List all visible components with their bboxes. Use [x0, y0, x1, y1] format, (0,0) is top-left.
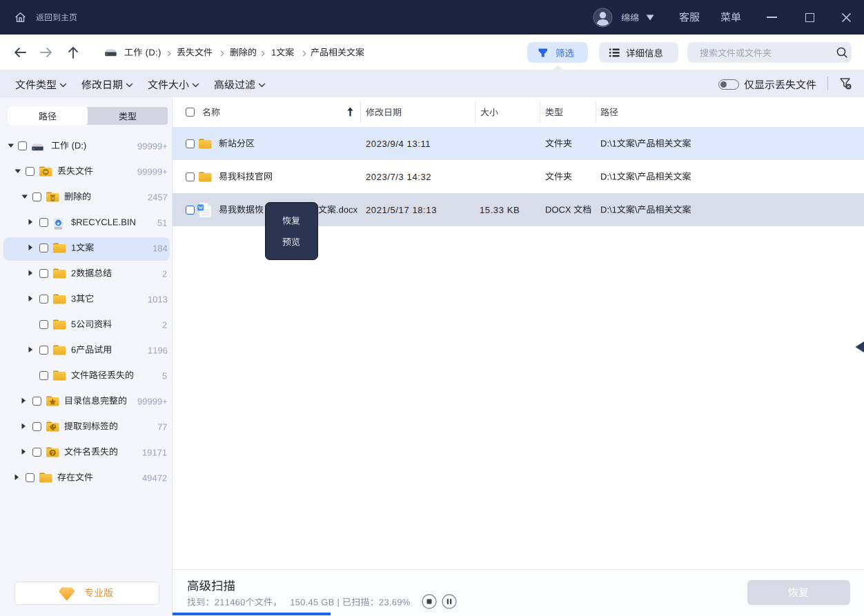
svg-text:?: ? — [50, 450, 54, 457]
